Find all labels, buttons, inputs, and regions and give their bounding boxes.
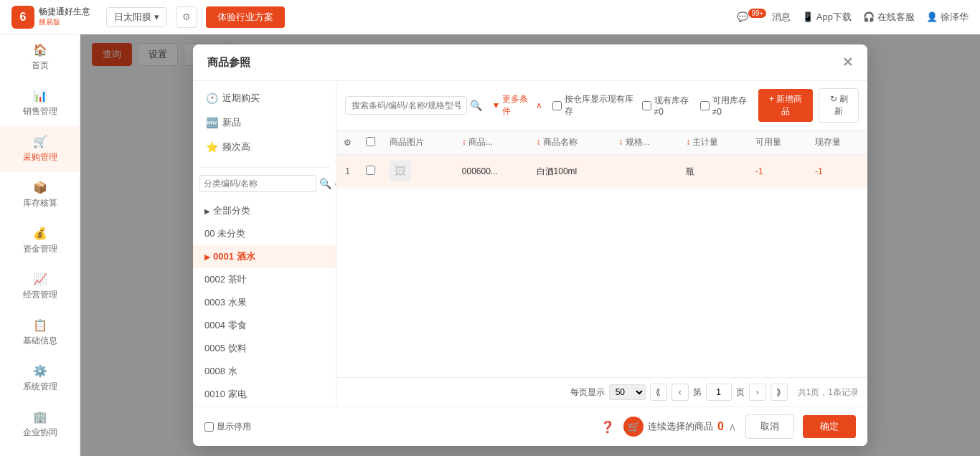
modal: 商品参照 ✕ 🕐 近期购买 🆕 — [193, 44, 867, 446]
app-download-item[interactable]: 📱 App下载 — [802, 11, 852, 24]
table-row[interactable]: 1 🖼 — [336, 155, 867, 189]
row-image: 🖼 — [382, 155, 455, 189]
avatar-icon: 👤 — [926, 11, 938, 22]
category-list: ▶ 全部分类 00 未分类 ▶ 0001 酒水 0002 茶 — [193, 196, 336, 407]
settings-icon[interactable]: ⚙ — [176, 6, 197, 28]
category-item-all[interactable]: ▶ 全部分类 — [193, 199, 336, 222]
confirm-button[interactable]: 确定 — [803, 415, 856, 438]
category-item-0[interactable]: 00 未分类 — [193, 222, 336, 245]
left-panel: 🕐 近期购买 🆕 新品 ⭐ 频次高 — [193, 81, 336, 407]
page-number-input[interactable] — [706, 384, 732, 401]
cancel-button[interactable]: 取消 — [745, 414, 794, 439]
sort-icon-code: ↕ — [462, 137, 466, 147]
checkbox-warehouse[interactable]: 按仓库显示现有库存 — [552, 93, 636, 118]
row-checkbox-cell[interactable] — [359, 155, 382, 189]
modal-close-button[interactable]: ✕ — [842, 54, 853, 70]
enterprise-icon: 🏢 — [33, 410, 47, 424]
cart-icon: 🛒 — [623, 417, 644, 437]
tab-new-products[interactable]: 🆕 新品 — [199, 111, 330, 134]
sort-icon-name: ↕ — [537, 137, 541, 147]
logo-area: 6 畅捷通好生意 搜易版 — [11, 6, 98, 29]
row-name: 白酒100ml — [529, 155, 612, 189]
pagination: 每页显示 50 10 20 100 ⟪ ‹ 第 页 — [336, 377, 867, 407]
top-nav: 6 畅捷通好生意 搜易版 日太阳膜 ▾ ⚙ 体验行业方案 💬 99+ 消息 📱 … — [0, 0, 980, 34]
basic-icon: 📋 — [33, 318, 47, 332]
sidebar-item-finance[interactable]: 💰 资金管理 — [0, 218, 80, 264]
support-item[interactable]: 🎧 在线客服 — [863, 11, 915, 24]
col-code[interactable]: ↕ 商品... — [455, 130, 529, 155]
row-code: 000600... — [455, 155, 529, 189]
col-unit[interactable]: ↕ 主计量 — [679, 130, 748, 155]
nav-right: 💬 99+ 消息 📱 App下载 🎧 在线客服 👤 徐泽华 — [737, 11, 969, 24]
sidebar-item-business[interactable]: 📈 经营管理 — [0, 264, 80, 310]
sidebar-item-inventory[interactable]: 📦 库存核算 — [0, 172, 80, 218]
add-product-button[interactable]: + 新增商品 — [758, 89, 813, 122]
page-info: 共1页，1条记录 — [798, 386, 859, 399]
row-unit: 瓶 — [679, 155, 748, 189]
chevron-down-icon: ▾ — [154, 11, 159, 22]
category-item-2[interactable]: 0002 茶叶 — [193, 268, 336, 291]
product-search-icon[interactable]: 🔍 — [470, 100, 482, 111]
sidebar-item-enterprise[interactable]: 🏢 企业协同 — [0, 402, 80, 447]
first-page-button[interactable]: ⟪ — [650, 384, 667, 401]
select-all-checkbox[interactable] — [366, 137, 375, 146]
divider — [199, 167, 330, 168]
product-search-input[interactable] — [345, 96, 467, 115]
home-icon: 🏠 — [33, 43, 47, 57]
last-page-button[interactable]: ⟫ — [771, 384, 788, 401]
message-badge: 99+ — [751, 11, 768, 22]
category-search-input[interactable] — [199, 175, 316, 192]
category-item-3[interactable]: 0003 水果 — [193, 291, 336, 314]
user-item[interactable]: 👤 徐泽华 — [926, 11, 969, 24]
category-search-icon[interactable]: 🔍 — [319, 178, 331, 189]
category-item-6[interactable]: 0008 水 — [193, 360, 336, 383]
sidebar-item-guide[interactable]: 🎯 新手引导 — [0, 447, 80, 456]
next-page-button[interactable]: › — [749, 384, 766, 401]
app-body: 🏠 首页 📊 销售管理 🛒 采购管理 📦 库存核算 💰 资金管理 📈 经营管理 … — [0, 34, 980, 456]
col-available: 可用量 — [748, 130, 808, 155]
tab-recent-purchase[interactable]: 🕐 近期购买 — [199, 87, 330, 110]
filter-button[interactable]: ▼ 更多条件 ∧ — [488, 90, 547, 120]
sidebar-item-system[interactable]: ⚙️ 系统管理 — [0, 356, 80, 402]
table-toolbar: 🔍 ▼ 更多条件 ∧ 按仓库显示现有库存 — [336, 81, 867, 130]
row-checkbox[interactable] — [366, 166, 375, 175]
refresh-button[interactable]: ↻ 刷新 — [819, 88, 859, 123]
trial-button[interactable]: 体验行业方案 — [206, 6, 285, 28]
tab-frequent[interactable]: ⭐ 频次高 — [199, 136, 330, 158]
category-item-7[interactable]: 0010 家电 — [193, 383, 336, 406]
message-nav-item[interactable]: 💬 99+ 消息 — [737, 11, 790, 24]
sidebar: 🏠 首页 📊 销售管理 🛒 采购管理 📦 库存核算 💰 资金管理 📈 经营管理 … — [0, 34, 80, 456]
logo-icon: 6 — [11, 6, 34, 29]
inventory-icon: 📦 — [33, 181, 47, 194]
sales-icon: 📊 — [33, 89, 47, 103]
row-available: -1 — [748, 155, 808, 189]
sidebar-item-purchase[interactable]: 🛒 采购管理 — [0, 126, 80, 172]
col-checkbox — [359, 130, 382, 155]
category-item-5[interactable]: 0005 饮料 — [193, 337, 336, 360]
modal-overlay: 商品参照 ✕ 🕐 近期购买 🆕 — [80, 34, 980, 456]
col-spec[interactable]: ↕ 规格... — [611, 130, 679, 155]
show-disabled-checkbox[interactable]: 显示停用 — [204, 421, 251, 433]
category-item-4[interactable]: 0004 零食 — [193, 314, 336, 337]
new-icon: 🆕 — [206, 117, 218, 128]
sidebar-item-basic[interactable]: 📋 基础信息 — [0, 310, 80, 356]
col-name[interactable]: ↕ 商品名称 — [529, 130, 612, 155]
sidebar-item-home[interactable]: 🏠 首页 — [0, 34, 80, 80]
prev-page-button[interactable]: ‹ — [672, 384, 689, 401]
category-item-1[interactable]: ▶ 0001 酒水 — [193, 245, 336, 268]
product-table-container: ⚙ 商品图片 ↕ 商品... — [336, 130, 867, 377]
col-settings[interactable]: ⚙ — [336, 130, 359, 155]
help-icon[interactable]: ❓ — [600, 420, 615, 434]
page-size-select[interactable]: 50 10 20 100 — [609, 384, 646, 400]
cart-collapse-icon[interactable]: ∧ — [728, 420, 737, 434]
modal-body: 🕐 近期购买 🆕 新品 ⭐ 频次高 — [193, 81, 867, 407]
arrow-icon: ▶ — [204, 207, 210, 215]
cart-area: 🛒 连续选择的商品 0 ∧ — [623, 417, 737, 437]
checkbox-available-nonzero[interactable]: 可用库存≠0 — [700, 95, 753, 117]
right-panel: 🔍 ▼ 更多条件 ∧ 按仓库显示现有库存 — [336, 81, 867, 407]
sidebar-item-sales[interactable]: 📊 销售管理 — [0, 80, 80, 126]
nav-dropdown[interactable]: 日太阳膜 ▾ — [106, 7, 167, 27]
modal-footer: 显示停用 ❓ 🛒 连续选择的商品 0 ∧ 取消 确定 — [193, 407, 867, 446]
col-image: 商品图片 — [382, 130, 455, 155]
checkbox-stock-nonzero[interactable]: 现有库存≠0 — [642, 95, 694, 117]
